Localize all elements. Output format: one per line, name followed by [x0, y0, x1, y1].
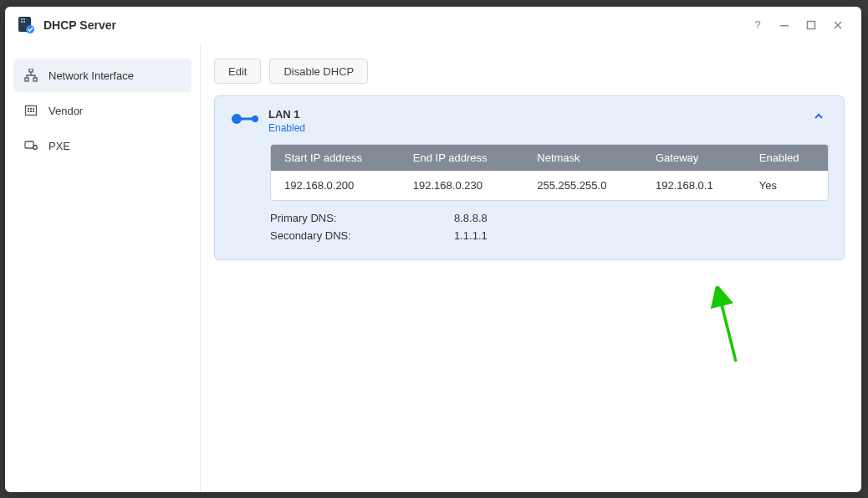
- lan-title: LAN 1: [268, 108, 305, 121]
- sidebar-item-vendor[interactable]: Vendor: [13, 94, 191, 127]
- primary-dns-label: Primary DNS:: [270, 212, 454, 224]
- svg-rect-17: [33, 110, 34, 112]
- cell-end-ip: 192.168.0.230: [400, 171, 523, 200]
- cell-netmask: 255.255.255.0: [523, 171, 642, 200]
- svg-point-5: [26, 25, 34, 33]
- svg-rect-13: [30, 108, 32, 110]
- svg-rect-12: [28, 108, 29, 110]
- maximize-icon: [806, 20, 816, 30]
- svg-rect-1: [21, 18, 23, 20]
- network-interface-icon: [23, 69, 38, 82]
- minimize-icon: [779, 20, 789, 30]
- toolbar: Edit Disable DHCP: [214, 59, 845, 84]
- col-enabled: Enabled: [746, 145, 828, 171]
- chevron-up-icon: [814, 111, 824, 121]
- minimize-button[interactable]: [773, 13, 796, 37]
- sidebar-item-label: Network Interface: [49, 69, 134, 82]
- dhcp-range-table: Start IP address End IP address Netmask …: [270, 144, 829, 201]
- titlebar: DHCP Server ?: [5, 7, 861, 44]
- sidebar-item-label: Vendor: [49, 105, 83, 117]
- close-icon: [833, 20, 843, 30]
- secondary-dns-row: Secondary DNS: 1.1.1.1: [270, 227, 829, 244]
- svg-rect-21: [240, 118, 253, 121]
- help-button[interactable]: ?: [746, 13, 769, 37]
- col-netmask: Netmask: [523, 145, 642, 171]
- svg-point-22: [252, 116, 258, 122]
- svg-rect-14: [33, 108, 34, 110]
- sidebar-item-pxe[interactable]: PXE: [13, 129, 191, 162]
- secondary-dns-value: 1.1.1.1: [454, 229, 488, 242]
- svg-rect-18: [25, 141, 33, 148]
- svg-rect-2: [23, 18, 25, 20]
- cell-enabled: Yes: [746, 171, 828, 200]
- table-row[interactable]: 192.168.0.200 192.168.0.230 255.255.255.…: [271, 171, 828, 200]
- cell-gateway: 192.168.0.1: [642, 171, 746, 200]
- lan-panel[interactable]: LAN 1 Enabled Start IP address End IP ad…: [214, 95, 845, 260]
- secondary-dns-label: Secondary DNS:: [270, 229, 454, 242]
- collapse-toggle[interactable]: [809, 108, 829, 127]
- primary-dns-value: 8.8.8.8: [454, 212, 488, 224]
- svg-rect-7: [808, 21, 815, 28]
- primary-dns-row: Primary DNS: 8.8.8.8: [270, 209, 829, 227]
- col-gateway: Gateway: [642, 145, 746, 171]
- table-header-row: Start IP address End IP address Netmask …: [271, 145, 828, 171]
- disable-dhcp-button[interactable]: Disable DHCP: [269, 59, 368, 84]
- svg-rect-15: [28, 110, 29, 112]
- svg-rect-4: [23, 21, 25, 23]
- lan-status: Enabled: [268, 122, 305, 134]
- close-button[interactable]: [826, 13, 850, 37]
- cell-start-ip: 192.168.0.200: [271, 171, 400, 200]
- vendor-icon: [23, 104, 38, 117]
- annotation-arrow-icon: [711, 286, 744, 370]
- sidebar-item-label: PXE: [49, 140, 70, 152]
- svg-rect-10: [33, 78, 37, 81]
- svg-rect-9: [25, 78, 28, 81]
- maximize-button[interactable]: [799, 13, 823, 37]
- svg-rect-8: [29, 69, 33, 72]
- col-start-ip: Start IP address: [271, 145, 400, 171]
- sidebar-item-network-interface[interactable]: Network Interface: [13, 59, 191, 92]
- app-title: DHCP Server: [43, 18, 116, 32]
- sidebar: Network Interface Vendor PXE: [5, 44, 201, 492]
- window: DHCP Server ? Network Interface: [5, 7, 861, 492]
- svg-line-23: [719, 295, 736, 362]
- pxe-icon: [23, 139, 38, 152]
- help-icon: ?: [754, 18, 760, 31]
- app-icon: [17, 16, 35, 34]
- main-panel: Edit Disable DHCP LAN 1 Enabled: [201, 44, 861, 492]
- edit-button[interactable]: Edit: [214, 59, 261, 84]
- svg-rect-3: [21, 21, 23, 23]
- svg-rect-6: [780, 25, 789, 27]
- lan-connected-icon: [230, 111, 260, 129]
- col-end-ip: End IP address: [400, 145, 523, 171]
- svg-rect-16: [30, 110, 32, 112]
